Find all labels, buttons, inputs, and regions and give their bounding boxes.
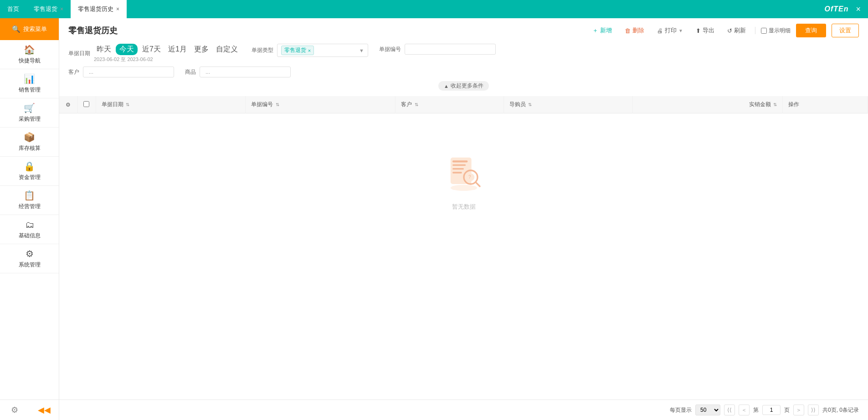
content-area: 零售退货历史 ＋ 新增 🗑 删除 🖨 打印 ▼ (59, 18, 868, 420)
number-filter-input[interactable] (405, 44, 496, 55)
print-button[interactable]: 🖨 打印 ▼ (653, 25, 687, 36)
window-close-btn[interactable]: × (856, 5, 861, 14)
tab-retail-return-close[interactable]: × (60, 6, 63, 12)
th-date-sort: ⇅ (126, 102, 129, 107)
type-tag-close[interactable]: × (308, 48, 311, 53)
first-page-btn[interactable]: ⟨⟨ (724, 405, 735, 415)
svg-line-7 (475, 182, 479, 186)
sidebar-item-quick-nav[interactable]: 🏠 快捷导航 (0, 40, 59, 69)
prev-page-btn[interactable]: ＜ (739, 405, 750, 415)
th-number-sort: ⇅ (276, 102, 279, 107)
sidebar-item-purchase-mgmt[interactable]: 🛒 采购管理 (0, 98, 59, 128)
pagination-bar: 每页显示 20 50 100 ⟨⟨ ＜ 第 页 ＞ ⟩⟩ 共0页, 0条记录 (59, 400, 868, 420)
sidebar-item-operation-mgmt-label: 经营管理 (19, 203, 41, 210)
sidebar-item-finance-mgmt[interactable]: 🔒 资金管理 (0, 157, 59, 186)
tab-retail-return-history-label: 零售退货历史 (78, 5, 113, 13)
date-btn-custom[interactable]: 自定义 (213, 44, 241, 55)
sidebar-item-sales-mgmt-label: 销售管理 (19, 86, 41, 94)
system-icon: ⚙ (26, 248, 34, 259)
refresh-button-label: 刷新 (734, 26, 746, 35)
sidebar-item-inventory-label: 库存核算 (19, 144, 41, 152)
sidebar-item-basic-info-label: 基础信息 (19, 232, 41, 240)
purchase-icon: 🛒 (24, 102, 35, 113)
tab-retail-return[interactable]: 零售退货 × (26, 0, 71, 18)
setting-button[interactable]: 设置 (832, 24, 859, 37)
sidebar-item-inventory[interactable]: 📦 库存核算 (0, 128, 59, 157)
last-page-btn[interactable]: ⟩⟩ (808, 405, 819, 415)
plus-icon: ＋ (592, 26, 598, 35)
customer-filter-label: 客户 (68, 68, 79, 76)
delete-icon: 🗑 (625, 27, 631, 34)
empty-icon: ? (441, 150, 487, 195)
sidebar-item-system-mgmt[interactable]: ⚙ 系统管理 (0, 244, 59, 273)
th-customer[interactable]: 客户 ⇅ (395, 96, 504, 113)
display-detail-checkbox[interactable] (761, 28, 767, 34)
svg-point-0 (450, 185, 477, 191)
svg-rect-4 (452, 168, 464, 169)
goods-filter-btn[interactable]: ... (200, 67, 291, 77)
sidebar-item-finance-mgmt-label: 资金管理 (19, 174, 41, 181)
customer-filter-btn[interactable]: ... (83, 67, 174, 77)
delete-button[interactable]: 🗑 删除 (621, 25, 648, 36)
select-all-checkbox[interactable] (83, 101, 89, 107)
sidebar-item-operation-mgmt[interactable]: 📋 经营管理 (0, 186, 59, 215)
th-guide-label: 导购员 (509, 101, 526, 108)
sidebar-settings-btn[interactable]: ⚙ (0, 400, 30, 420)
date-filter-label: 单据日期 (68, 50, 90, 57)
date-btn-today[interactable]: 今天 (116, 44, 138, 55)
svg-rect-3 (452, 164, 466, 166)
filter-row-1: 单据日期 昨天 今天 近7天 近1月 更多 自定义 2023-06-02 至 2… (68, 44, 859, 63)
query-button[interactable]: 查询 (796, 24, 826, 37)
th-amount-sort: ⇅ (773, 102, 777, 107)
th-settings[interactable]: ⚙ (59, 96, 77, 113)
sidebar: 🔍 搜索菜单 🏠 快捷导航 📊 销售管理 🛒 采购管理 📦 库存核算 🔒 资金管… (0, 18, 59, 420)
th-amount[interactable]: 实销金额 ⇅ (633, 96, 783, 113)
goods-filter: 商品 ... (185, 67, 291, 77)
sound-icon: ◀◀ (38, 405, 51, 415)
type-tag-text: 零售退货 (284, 46, 306, 54)
sidebar-sound-btn[interactable]: ◀◀ (30, 400, 59, 420)
export-button[interactable]: ⬆ 导出 (692, 25, 718, 36)
tab-home-label: 首页 (7, 5, 19, 13)
th-number[interactable]: 单据编号 ⇅ (246, 96, 395, 113)
date-btn-yesterday[interactable]: 昨天 (94, 44, 114, 55)
number-filter: 单据编号 (379, 44, 496, 55)
type-filter-select[interactable]: 零售退货 × ▼ (277, 44, 368, 57)
page-size-select[interactable]: 20 50 100 (695, 405, 720, 415)
sidebar-item-sales-mgmt[interactable]: 📊 销售管理 (0, 69, 59, 98)
display-detail-label: 显示明细 (769, 27, 791, 35)
tab-retail-return-history[interactable]: 零售退货历史 × (71, 0, 127, 18)
basic-info-icon: 🗂 (25, 220, 34, 230)
home-icon: 🏠 (24, 44, 35, 55)
new-button[interactable]: ＋ 新增 (589, 25, 616, 36)
export-button-label: 导出 (703, 26, 714, 35)
collapse-row: ▲ 收起更多条件 (68, 81, 859, 91)
page-number-input[interactable] (762, 405, 781, 415)
date-btn-more[interactable]: 更多 (191, 44, 211, 55)
tab-home[interactable]: 首页 (0, 0, 26, 18)
filter-section: 零售退货历史 ＋ 新增 🗑 删除 🖨 打印 ▼ (59, 18, 868, 96)
th-guide-sort: ⇅ (528, 102, 532, 107)
th-date[interactable]: 单据日期 ⇅ (96, 96, 246, 113)
empty-state: ? 暂无数据 (59, 113, 868, 247)
print-dropdown-icon: ▼ (678, 28, 683, 33)
collapse-button[interactable]: ▲ 收起更多条件 (438, 81, 489, 91)
sidebar-item-basic-info[interactable]: 🗂 基础信息 (0, 215, 59, 244)
next-page-btn[interactable]: ＞ (793, 405, 804, 415)
toolbar-divider (755, 27, 755, 34)
sidebar-search-label: 搜索菜单 (23, 25, 47, 33)
prev-page-icon: ＜ (741, 406, 747, 414)
th-guide[interactable]: 导购员 ⇅ (504, 96, 633, 113)
goods-filter-label: 商品 (185, 68, 196, 76)
tab-retail-return-history-close[interactable]: × (116, 6, 119, 12)
date-btn-1month[interactable]: 近1月 (165, 44, 190, 55)
settings-icon: ⚙ (66, 102, 71, 108)
refresh-button[interactable]: ↺ 刷新 (724, 25, 750, 36)
th-checkbox[interactable] (77, 96, 96, 113)
refresh-icon: ↺ (727, 27, 732, 34)
sidebar-search[interactable]: 🔍 搜索菜单 (0, 18, 59, 40)
sidebar-item-quick-nav-label: 快捷导航 (19, 57, 41, 65)
date-btn-7days[interactable]: 近7天 (139, 44, 164, 55)
search-icon: 🔍 (12, 25, 21, 33)
svg-text:?: ? (468, 174, 471, 179)
